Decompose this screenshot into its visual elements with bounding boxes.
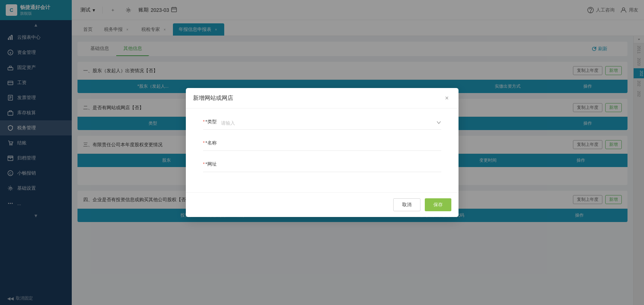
form-row-url: **网址	[203, 161, 441, 172]
url-required-mark: *	[203, 161, 205, 167]
dialog-save-button[interactable]: 保存	[425, 198, 451, 211]
dialog-title: 新增网站或网店	[193, 94, 233, 102]
dialog-add-website: 新增网站或网店 × **类型 **名称	[186, 88, 459, 217]
type-label: **类型	[203, 119, 217, 125]
dialog-close-button[interactable]: ×	[443, 94, 451, 102]
name-required-mark: *	[203, 140, 205, 145]
form-row-name: **名称	[203, 140, 441, 151]
name-input-wrap: **名称	[203, 140, 441, 151]
dialog-footer: 取消 保存	[186, 192, 459, 217]
dialog-cancel-button[interactable]: 取消	[393, 198, 420, 211]
name-input[interactable]	[221, 142, 441, 147]
name-label: **名称	[203, 140, 217, 146]
url-input[interactable]	[221, 163, 441, 168]
type-dropdown-icon[interactable]	[436, 120, 441, 126]
dialog-overlay[interactable]: 新增网站或网店 × **类型 **名称	[0, 0, 644, 305]
url-input-wrap: **网址	[203, 161, 441, 172]
url-label: **网址	[203, 161, 217, 167]
type-input-wrap: **类型	[203, 119, 441, 130]
dialog-body: **类型 **名称	[186, 108, 459, 192]
type-input[interactable]	[221, 120, 436, 126]
type-required-mark: *	[203, 119, 205, 124]
dialog-header: 新增网站或网店 ×	[186, 88, 459, 108]
form-row-type: **类型	[203, 119, 441, 130]
